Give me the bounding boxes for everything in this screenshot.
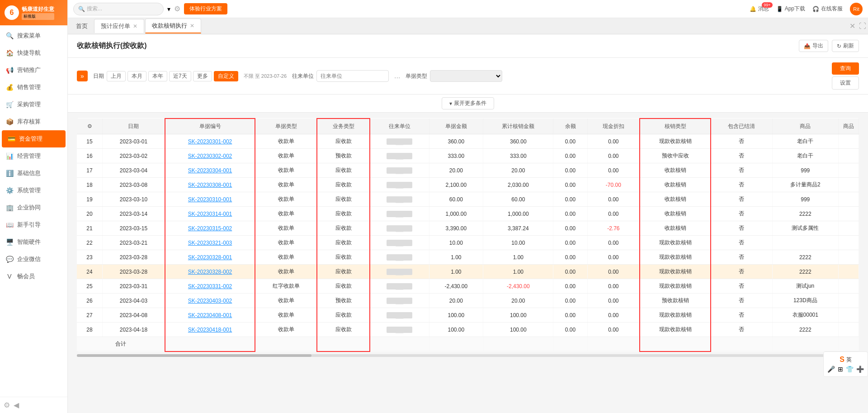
- table-row: 22 2023-03-21 SK-20230321-003 收款单 应收款 ██…: [77, 236, 859, 250]
- table-container: ⚙ 日期 单据编号 单据类型 业务类型 往来单位 单据金额 累计核销金额 余额 …: [68, 113, 868, 365]
- message-button[interactable]: 🔔 消息 99+: [750, 5, 769, 13]
- bill-no-link[interactable]: SK-20230328-001: [188, 254, 232, 261]
- sidebar-item-enterprise[interactable]: 🏢 企业协同: [0, 199, 67, 216]
- tab-close-prepay[interactable]: ✕: [133, 23, 137, 29]
- counterparty-input[interactable]: [316, 70, 389, 82]
- cell-counterparty: ██: [370, 294, 429, 308]
- collapse-icon[interactable]: ◀: [14, 401, 19, 409]
- sidebar: 6 畅康道好生意 标推版 🔍 搜索菜单 🏠 快捷导航 📢 营销推广 💰 销售管理…: [0, 0, 68, 413]
- bill-no-link[interactable]: SK-20230302-002: [188, 153, 232, 159]
- date-btn-this-month[interactable]: 本月: [127, 71, 146, 81]
- cell-cumulative: 1.00: [483, 265, 553, 279]
- maximize-icon[interactable]: ⛶: [859, 22, 866, 30]
- cell-verifytype: 收款核销: [640, 178, 711, 192]
- bill-no-link[interactable]: SK-20230301-002: [188, 138, 232, 145]
- book-icon: 📖: [5, 221, 14, 228]
- solution-button[interactable]: 体验行业方案: [184, 3, 227, 14]
- footer-cumulative: [483, 337, 553, 351]
- gear-topbar-icon[interactable]: ⚙: [174, 5, 180, 13]
- grid-icon[interactable]: ⊞: [838, 366, 843, 373]
- shirt-icon[interactable]: 👕: [846, 366, 854, 373]
- sidebar-item-finance[interactable]: 💳 资金管理: [2, 130, 66, 147]
- date-btn-more[interactable]: 更多: [193, 71, 212, 81]
- settings-bottom-icon[interactable]: ⚙: [4, 401, 10, 409]
- cell-cumulative: 100.00: [483, 323, 553, 337]
- col-settings-header[interactable]: ⚙: [77, 119, 103, 134]
- close-window-icon[interactable]: ✕: [849, 22, 855, 30]
- sidebar-item-hardware[interactable]: 🖥️ 智能硬件: [0, 233, 67, 251]
- sidebar-item-member[interactable]: V 畅会员: [0, 268, 67, 285]
- avatar[interactable]: Rit: [850, 3, 863, 15]
- sidebar-item-inventory[interactable]: 📦 库存核算: [0, 113, 67, 130]
- sidebar-item-basic[interactable]: ℹ️ 基础信息: [0, 165, 67, 182]
- cell-includesettled: 否: [711, 163, 772, 178]
- query-button[interactable]: 查询: [832, 62, 859, 75]
- tab-prepay[interactable]: 预计应付单 ✕: [94, 19, 144, 33]
- filter-settings-button[interactable]: 设置: [832, 76, 859, 90]
- table-row: 23 2023-03-28 SK-20230328-001 收款单 应收款 ██…: [77, 250, 859, 265]
- tab-close-collection[interactable]: ✕: [190, 23, 194, 29]
- cell-cashdiscount: 0.00: [587, 163, 640, 178]
- sidebar-item-sales[interactable]: 💰 销售管理: [0, 79, 67, 96]
- cell-cashdiscount: 0.00: [587, 236, 640, 250]
- date-btn-this-year[interactable]: 本年: [148, 71, 167, 81]
- cell-includesettled: 否: [711, 265, 772, 279]
- sidebar-item-marketing[interactable]: 📢 营销推广: [0, 62, 67, 79]
- cell-goods2: [839, 149, 859, 163]
- cell-goods2: [839, 163, 859, 178]
- bill-no-link[interactable]: SK-20230308-001: [188, 182, 232, 188]
- sidebar-item-search[interactable]: 🔍 搜索菜单: [0, 27, 67, 44]
- cell-amount: 1.00: [429, 265, 483, 279]
- table-row: 26 2023-04-03 SK-20230403-002 收款单 预收款 ██…: [77, 294, 859, 308]
- filter-more-dots[interactable]: ...: [394, 72, 400, 80]
- tab-home[interactable]: 首页: [70, 19, 94, 33]
- chart-icon: 📊: [5, 152, 14, 160]
- sidebar-item-purchase[interactable]: 🛒 采购管理: [0, 96, 67, 113]
- bill-no-link[interactable]: SK-20230328-002: [188, 269, 232, 275]
- bill-no-link[interactable]: SK-20230403-002: [188, 298, 232, 304]
- date-btn-last-month[interactable]: 上月: [107, 71, 126, 81]
- sidebar-bottom: ⚙ ◀: [0, 397, 67, 413]
- bill-no-link[interactable]: SK-20230321-003: [188, 240, 232, 246]
- cell-amount: 1,000.00: [429, 207, 483, 221]
- expand-more-button[interactable]: ▾ 展开更多条件: [442, 97, 494, 109]
- cell-goods: 测试多属性: [772, 221, 838, 236]
- tab-collection[interactable]: 收款核销执行 ✕: [145, 19, 201, 33]
- cell-goods: [772, 236, 838, 250]
- bill-no-link[interactable]: SK-20230315-002: [188, 225, 232, 232]
- bill-no-link[interactable]: SK-20230418-001: [188, 327, 232, 333]
- horizontal-scrollbar[interactable]: [77, 352, 859, 359]
- cell-amount: 20.00: [429, 294, 483, 308]
- filter-expand-button[interactable]: »: [77, 71, 88, 81]
- refresh-button[interactable]: ↻ 刷新: [832, 40, 859, 52]
- export-button[interactable]: 📤 导出: [799, 40, 828, 52]
- col-verifytype-header: 核销类型: [640, 119, 711, 134]
- date-btn-7days[interactable]: 近7天: [169, 71, 191, 81]
- scrollbar-thumb[interactable]: [77, 354, 311, 357]
- bill-no-link[interactable]: SK-20230314-001: [188, 211, 232, 217]
- bill-no-link[interactable]: SK-20230408-001: [188, 312, 232, 318]
- topbar-search-box[interactable]: 🔍 搜索...: [73, 3, 164, 15]
- sidebar-item-guide[interactable]: 📖 新手引导: [0, 216, 67, 233]
- cell-amount: 333.00: [429, 149, 483, 163]
- online-service-button[interactable]: 🎧 在线客服: [812, 5, 843, 13]
- cell-billno: SK-20230301-002: [165, 134, 255, 149]
- plus-icon[interactable]: ➕: [856, 366, 864, 373]
- cell-includesettled: 否: [711, 134, 772, 149]
- date-btn-custom[interactable]: 自定义: [214, 71, 238, 81]
- cell-date: 2023-03-04: [103, 163, 165, 178]
- cell-billno: SK-20230403-002: [165, 294, 255, 308]
- logo-icon: 6: [5, 5, 19, 20]
- sidebar-item-operations[interactable]: 📊 经营管理: [0, 147, 67, 165]
- table-row: 19 2023-03-10 SK-20230310-001 收款单 应收款 ██…: [77, 192, 859, 207]
- app-download-button[interactable]: 📱 App下载: [776, 5, 805, 13]
- bill-no-link[interactable]: SK-20230304-001: [188, 167, 232, 174]
- sidebar-item-nav[interactable]: 🏠 快捷导航: [0, 44, 67, 62]
- cell-balance: 0.00: [553, 323, 587, 337]
- sidebar-item-system[interactable]: ⚙️ 系统管理: [0, 182, 67, 199]
- sidebar-item-wechat[interactable]: 💬 企业微信: [0, 251, 67, 268]
- bill-no-link[interactable]: SK-20230331-002: [188, 283, 232, 290]
- bill-type-select[interactable]: [430, 70, 502, 82]
- mic-icon[interactable]: 🎤: [827, 366, 835, 373]
- bill-no-link[interactable]: SK-20230310-001: [188, 196, 232, 203]
